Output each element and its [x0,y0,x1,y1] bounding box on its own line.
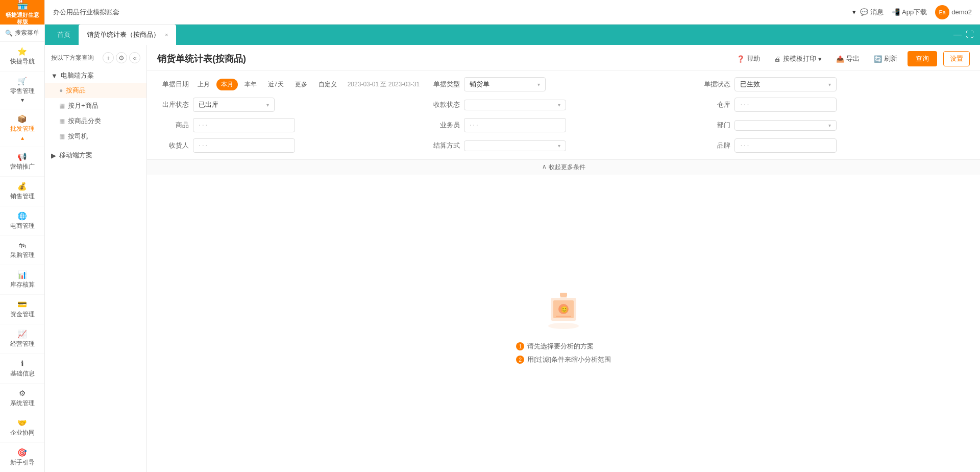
user-name: demo2 [951,8,972,16]
print-btn[interactable]: 🖨 按模板打印 ▾ [770,52,826,65]
sidebar-item-inventory[interactable]: 📊 库存核算 [0,265,44,295]
guide-icon: 🎯 [17,448,27,457]
brand-input[interactable]: ··· [734,138,837,153]
guide-label: 新手引导 [10,458,35,467]
sidebar-item-marketing[interactable]: 📢 营销推广 [0,147,44,177]
by-month-goods-label: 按月+商品 [68,101,99,110]
warehouse-status-arrow: ▾ [266,102,269,108]
app-download-icon: 📲 [892,8,900,16]
warehouse-status-select[interactable]: 已出库 ▾ [193,98,275,112]
sidebar-item-purchase[interactable]: 🛍 采购管理 [0,236,44,265]
by-category-label: 按商品分类 [68,116,101,126]
doc-status-select[interactable]: 已生效 ▾ [734,77,837,91]
brand-dots: ··· [740,141,750,150]
goods-input[interactable]: ··· [193,118,295,132]
query-btn[interactable]: 查询 [908,51,937,66]
page-actions: ❓ 帮助 🖨 按模板打印 ▾ 📤 导出 🔄 刷新 [732,51,970,66]
sidebar-item-sales[interactable]: 💰 销售管理 [0,177,44,206]
tab-home[interactable]: 首页 [49,25,79,45]
sidebar-item-basic[interactable]: ℹ 基础信息 [0,354,44,384]
sidebar-item-finance[interactable]: 💳 资金管理 [0,295,44,324]
print-icon: 🖨 [774,55,781,63]
topbar-right: 💬 消息 📲 App下载 Ea demo2 [860,5,972,19]
collapse-filters-btn[interactable]: ∧ 收起更多条件 [147,159,980,175]
sub-item-by-category[interactable]: ▦ 按商品分类 [45,113,146,129]
sub-group-mobile-title[interactable]: ▶ 移动端方案 [45,148,146,162]
sidebar-quick-nav[interactable]: ⭐ 快捷导航 [0,42,44,72]
query-label: 查询 [916,54,929,63]
logo-text: 畅捷通好生意 [6,12,39,18]
date-btn-current-month[interactable]: 本月 [216,79,238,90]
sidebar-item-operation[interactable]: 📈 经营管理 [0,324,44,354]
collapse-sidebar-btn[interactable]: « [129,52,140,63]
search-menu[interactable]: 🔍 搜索菜单 [0,25,44,42]
date-btn-custom[interactable]: 自定义 [314,79,341,90]
date-btn-7days[interactable]: 近7天 [263,79,288,90]
sub-group-mobile: ▶ 移动端方案 [45,146,146,164]
mobile-group-arrow: ▶ [51,152,56,159]
salesman-dots: ··· [470,121,479,130]
logo-icon: 🏪 [17,0,28,11]
retail-arrow: ▾ [21,97,24,104]
ecommerce-label: 电商管理 [10,222,35,230]
warehouse-dots: ··· [740,100,750,109]
export-btn[interactable]: 📤 导出 [832,52,864,65]
sub-item-by-month-goods[interactable]: ▦ 按月+商品 [45,98,146,113]
by-goods-label: 按商品 [66,86,86,95]
app-download-btn[interactable]: 📲 App下载 [892,8,927,17]
app-download-label: App下载 [902,8,927,17]
svg-rect-7 [560,293,567,297]
doc-type-label: 单据类型 [428,80,464,89]
sub-item-by-driver[interactable]: ▦ 按司机 [45,129,146,144]
help-btn[interactable]: ❓ 帮助 [732,52,764,65]
mobile-group-label: 移动端方案 [59,151,92,160]
payment-method-select[interactable]: ▾ [464,140,566,151]
user-btn[interactable]: Ea demo2 [935,5,972,19]
sidebar-item-ecommerce[interactable]: 🌐 电商管理 [0,206,44,236]
maximize-icon[interactable]: ⛶ [966,30,974,39]
help-label: 帮助 [747,54,760,63]
logo-subtext: 标版 [17,18,28,25]
refresh-btn[interactable]: 🔄 刷新 [870,52,901,65]
system-label: 系统管理 [10,399,35,408]
page-title: 销货单统计表(按商品) [157,53,246,65]
warehouse-label: 仓库 [699,100,734,109]
sidebar-item-wholesale[interactable]: 📦 批发管理 ▴ [0,109,44,147]
settings-scheme-btn[interactable]: ⚙ [116,52,127,63]
tab-home-label: 首页 [57,30,70,39]
salesman-input[interactable]: ··· [464,118,566,132]
content-wrapper: 按以下方案查询 + ⚙ « ▼ 电脑端方案 ● 按商品 ▦ [45,45,980,472]
tab-close-icon[interactable]: × [165,32,168,38]
print-dropdown-icon: ▾ [818,55,822,63]
add-scheme-btn[interactable]: + [103,52,114,63]
topbar-dropdown-icon[interactable]: ▾ [852,8,856,16]
purchase-icon: 🛍 [18,241,26,250]
search-label: 搜索菜单 [15,29,39,37]
date-btn-more[interactable]: 更多 [290,79,312,90]
sub-group-pc-title[interactable]: ▼ 电脑端方案 [45,68,146,83]
sub-item-by-goods[interactable]: ● 按商品 [45,83,146,98]
sidebar-item-retail[interactable]: 🛒 零售管理 ▾ [0,72,44,109]
help-icon: ❓ [737,55,745,63]
dept-select[interactable]: ▾ [734,120,837,131]
payment-status-select[interactable]: ▾ [464,100,566,110]
receiver-input[interactable]: ··· [193,138,295,153]
sub-sidebar-title: 按以下方案查询 [51,54,94,62]
sidebar-item-enterprise[interactable]: 🤝 企业协同 [0,413,44,443]
collapse-icon: ∧ [542,163,547,172]
sidebar-item-system[interactable]: ⚙ 系统管理 [0,384,44,413]
date-btn-current-year[interactable]: 本年 [240,79,261,90]
main-area: 办公用品行业模拟账套 ▾ 💬 消息 📲 App下载 Ea demo2 首页 [45,0,980,472]
tab-active-label: 销货单统计表（按商品） [87,30,160,39]
minimize-icon[interactable]: — [953,30,962,39]
doc-type-select[interactable]: 销货单 ▾ [464,77,546,91]
tab-active[interactable]: 销货单统计表（按商品） × [79,25,176,45]
date-btn-last-month[interactable]: 上月 [193,79,214,90]
avatar-text: Ea [939,9,946,15]
receiver-control: ··· [193,138,428,153]
warehouse-input[interactable]: ··· [734,98,837,112]
user-avatar: Ea [935,5,949,19]
settings-btn[interactable]: 设置 [943,51,970,66]
message-btn[interactable]: 💬 消息 [860,8,884,17]
sidebar-item-guide[interactable]: 🎯 新手引导 [0,443,44,472]
